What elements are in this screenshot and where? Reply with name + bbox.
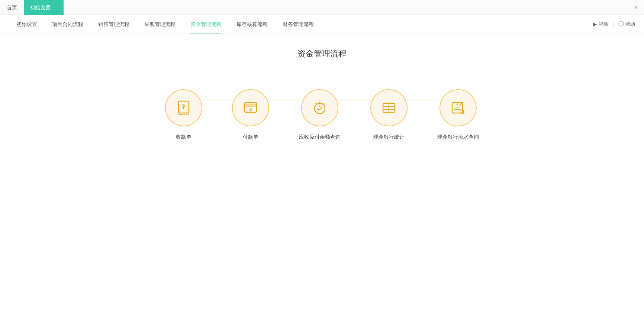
flow-container: ¥ 收款单 ¥ 付款单: [165, 89, 479, 141]
payment-icon: ¥: [242, 99, 260, 117]
svg-line-19: [463, 113, 464, 114]
top-tab-bar: 首页 初始设置 ×: [0, 0, 644, 15]
receipt-label: 收款单: [176, 134, 191, 141]
help-link[interactable]: ⓘ 帮助: [618, 20, 635, 28]
bank-flow-icon: ¥: [449, 99, 467, 117]
bank-stats-icon: [380, 99, 398, 117]
connector-3: [341, 100, 370, 119]
nav-item-financial[interactable]: 财务管理流程: [275, 15, 321, 33]
nav-item-sales-management[interactable]: 销售管理流程: [91, 15, 137, 33]
flow-item-receipt[interactable]: ¥ 收款单: [165, 89, 202, 141]
nav-item-purchase-management[interactable]: 采购管理流程: [137, 15, 183, 33]
flow-item-bank-flow[interactable]: ¥ 现金银行流水查询: [437, 89, 479, 141]
flow-item-payment[interactable]: ¥ 付款单: [232, 89, 269, 141]
tab-close-icon[interactable]: ×: [55, 0, 58, 15]
help-label: 帮助: [625, 21, 635, 28]
flow-item-balance-query[interactable]: ¥ 应收应付余额查询: [299, 89, 341, 141]
connector-2: [269, 100, 299, 119]
help-icon: ⓘ: [618, 20, 624, 28]
svg-text:¥: ¥: [249, 107, 252, 112]
nav-item-fund-management[interactable]: 资金管理流程: [183, 15, 229, 33]
bank-stats-icon-circle: [370, 89, 408, 126]
balance-query-label: 应收应付余额查询: [299, 134, 341, 141]
svg-rect-5: [245, 104, 257, 106]
page-title: 资金管理流程: [297, 48, 347, 59]
nav-item-project-contract[interactable]: 项目合同流程: [45, 15, 91, 33]
tab-initial-setup[interactable]: 初始设置 ×: [24, 0, 64, 15]
balance-query-icon-circle: ¥: [301, 89, 338, 126]
nav-right: ▶ 视频 | ⓘ 帮助: [593, 20, 635, 28]
flow-item-bank-stats[interactable]: 现金银行统计: [370, 89, 408, 141]
video-link[interactable]: ▶ 视频: [593, 21, 608, 28]
nav-item-inventory[interactable]: 库存核算流程: [229, 15, 275, 33]
tab-home[interactable]: 首页: [0, 0, 24, 15]
balance-query-icon: ¥: [311, 99, 329, 117]
window-close-button[interactable]: ×: [634, 4, 638, 12]
receipt-icon: ¥: [175, 99, 193, 117]
bank-flow-icon-circle: ¥: [439, 89, 477, 126]
video-icon: ▶: [593, 21, 597, 28]
payment-label: 付款单: [243, 134, 258, 141]
video-label: 视频: [599, 21, 608, 28]
connector-4: [408, 100, 437, 119]
receipt-icon-circle: ¥: [165, 89, 202, 126]
nav-item-initial-setup[interactable]: 初始设置: [9, 15, 45, 33]
nav-bar: 初始设置 项目合同流程 销售管理流程 采购管理流程 资金管理流程 库存核算流程 …: [0, 15, 644, 33]
svg-text:¥: ¥: [456, 102, 458, 106]
main-content: 资金管理流程 ¥ 收款单: [0, 33, 644, 155]
bank-flow-label: 现金银行流水查询: [437, 134, 479, 141]
connector-1: [202, 100, 232, 119]
payment-icon-circle: ¥: [232, 89, 269, 126]
svg-text:¥: ¥: [318, 104, 321, 108]
bank-stats-label: 现金银行统计: [373, 134, 405, 141]
